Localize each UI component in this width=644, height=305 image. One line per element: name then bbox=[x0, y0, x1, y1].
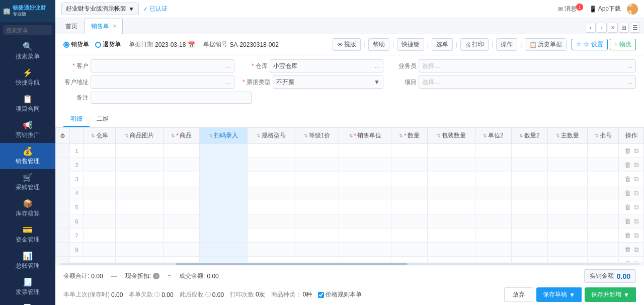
sidebar-search-input[interactable] bbox=[3, 25, 52, 35]
row-warehouse[interactable] bbox=[84, 243, 116, 257]
toolbar-select-button[interactable]: 选单 bbox=[432, 38, 453, 51]
sidebar-item-invoice[interactable]: 🧾 发票管理 bbox=[0, 274, 55, 300]
row-qty2[interactable] bbox=[511, 214, 547, 228]
row-main-qty[interactable] bbox=[547, 200, 587, 214]
copy-icon[interactable]: ⧉ bbox=[634, 246, 638, 254]
delete-icon[interactable]: 🗑 bbox=[624, 175, 631, 183]
row-qty[interactable] bbox=[391, 214, 428, 228]
row-unit[interactable] bbox=[339, 172, 391, 186]
row-scan[interactable] bbox=[199, 228, 247, 243]
row-goods[interactable] bbox=[163, 214, 199, 228]
row-qty[interactable] bbox=[391, 186, 428, 200]
sidebar-item-ledger[interactable]: 📊 总账管理 bbox=[0, 248, 55, 274]
row-unit2[interactable] bbox=[475, 228, 512, 243]
row-price[interactable] bbox=[295, 243, 339, 257]
row-price[interactable] bbox=[295, 257, 339, 262]
row-pack-qty[interactable] bbox=[428, 158, 475, 172]
row-unit2[interactable] bbox=[475, 144, 512, 158]
row-batch[interactable] bbox=[587, 172, 619, 186]
row-batch[interactable] bbox=[587, 186, 619, 200]
tab-prev-button[interactable]: ‹ bbox=[586, 23, 596, 33]
table-scrollbar[interactable] bbox=[55, 262, 644, 266]
sidebar-item-sales[interactable]: 💰 销售管理 bbox=[0, 143, 55, 169]
help-icon[interactable]: ? bbox=[153, 273, 159, 279]
row-price[interactable] bbox=[295, 144, 339, 158]
delete-icon[interactable]: 🗑 bbox=[624, 147, 631, 155]
col-warehouse[interactable]: ⇅仓库 bbox=[84, 128, 116, 144]
row-qty2[interactable] bbox=[511, 186, 547, 200]
sidebar-item-inventory[interactable]: 📦 库存核算 bbox=[0, 195, 55, 221]
address-dots[interactable]: ... bbox=[226, 79, 231, 86]
row-warehouse[interactable] bbox=[84, 144, 116, 158]
settings-button[interactable]: ☆ ☆ 设置 bbox=[572, 39, 607, 50]
salesperson-dots[interactable]: ... bbox=[627, 62, 632, 69]
salesperson-input[interactable]: 选择... ... bbox=[419, 59, 636, 72]
settings-col-header[interactable]: ⚙ bbox=[56, 128, 70, 144]
sidebar-item-quick[interactable]: ⚡ 快捷导航 bbox=[0, 64, 55, 91]
table-row[interactable]: 5 🗑 ⧉ bbox=[56, 200, 644, 214]
row-spec[interactable] bbox=[247, 257, 295, 262]
row-qty2[interactable] bbox=[511, 144, 547, 158]
row-goods[interactable] bbox=[163, 200, 199, 214]
row-price[interactable] bbox=[295, 172, 339, 186]
tab-close-button[interactable]: × bbox=[608, 23, 618, 33]
tab-2d[interactable]: 二维 bbox=[90, 112, 116, 127]
radio-return-order[interactable]: 退货单 bbox=[95, 40, 121, 49]
table-wrapper[interactable]: ⚙ ⇅仓库 ⇅商品图片 ⇅* 商品 bbox=[55, 127, 644, 262]
table-row[interactable]: 8 🗑 ⧉ bbox=[56, 243, 644, 257]
toolbar-history-button[interactable]: 📋 历史单据 bbox=[525, 38, 567, 51]
toolbar-print-button[interactable]: 🖨 打印 bbox=[460, 38, 489, 51]
col-main-qty[interactable]: ⇅主数量 bbox=[547, 128, 587, 144]
delete-icon[interactable]: 🗑 bbox=[624, 189, 631, 197]
row-qty[interactable] bbox=[391, 243, 428, 257]
toolbar-ops-button[interactable]: 操作 bbox=[496, 38, 517, 51]
row-main-qty[interactable] bbox=[547, 158, 587, 172]
row-unit2[interactable] bbox=[475, 186, 512, 200]
row-scan[interactable] bbox=[199, 214, 247, 228]
row-goods[interactable] bbox=[163, 144, 199, 158]
sidebar-item-marketing[interactable]: 📢 营销推广 bbox=[0, 117, 55, 143]
col-price[interactable]: ⇅等级1价 bbox=[295, 128, 339, 144]
row-unit[interactable] bbox=[339, 200, 391, 214]
tab-close-icon[interactable]: × bbox=[113, 23, 116, 30]
row-unit2[interactable] bbox=[475, 200, 512, 214]
delete-icon[interactable]: 🗑 bbox=[624, 203, 631, 211]
copy-icon[interactable]: ⧉ bbox=[634, 147, 638, 155]
calendar-icon[interactable]: 📅 bbox=[188, 41, 195, 48]
row-qty[interactable] bbox=[391, 144, 428, 158]
row-qty[interactable] bbox=[391, 200, 428, 214]
row-pack-qty[interactable] bbox=[428, 257, 475, 262]
row-warehouse[interactable] bbox=[84, 214, 116, 228]
remark-input[interactable] bbox=[91, 92, 252, 104]
row-warehouse[interactable] bbox=[84, 257, 116, 262]
row-main-qty[interactable] bbox=[547, 172, 587, 186]
delete-icon[interactable]: 🗑 bbox=[624, 161, 631, 169]
row-qty[interactable] bbox=[391, 228, 428, 243]
invoice-select[interactable]: 不开票 ▼ bbox=[273, 75, 383, 89]
delete-icon[interactable]: 🗑 bbox=[624, 246, 631, 253]
row-unit2[interactable] bbox=[475, 243, 512, 257]
row-qty2[interactable] bbox=[511, 172, 547, 186]
row-spec[interactable] bbox=[247, 200, 295, 214]
col-scan[interactable]: ⇅扫码录入 bbox=[199, 128, 247, 144]
row-pack-qty[interactable] bbox=[428, 172, 475, 186]
copy-icon[interactable]: ⧉ bbox=[634, 189, 638, 197]
tab-next-button[interactable]: › bbox=[597, 23, 607, 33]
row-unit[interactable] bbox=[339, 214, 391, 228]
toolbar-shortcut-button[interactable]: 快捷键 bbox=[397, 38, 424, 51]
copy-icon[interactable]: ⧉ bbox=[634, 161, 638, 169]
row-qty2[interactable] bbox=[511, 158, 547, 172]
toolbar-help-button[interactable]: 帮助 bbox=[368, 38, 389, 51]
row-batch[interactable] bbox=[587, 158, 619, 172]
row-goods[interactable] bbox=[163, 228, 199, 243]
row-qty[interactable] bbox=[391, 158, 428, 172]
row-spec[interactable] bbox=[247, 172, 295, 186]
row-goods[interactable] bbox=[163, 186, 199, 200]
row-qty2[interactable] bbox=[511, 200, 547, 214]
row-main-qty[interactable] bbox=[547, 186, 587, 200]
save-draft-button[interactable]: 保存草稿 ▼ bbox=[536, 287, 582, 302]
date-value[interactable]: 2023-03-18 bbox=[155, 41, 186, 48]
row-goods[interactable] bbox=[163, 243, 199, 257]
row-scan[interactable] bbox=[199, 257, 247, 262]
table-row[interactable]: 3 🗑 ⧉ bbox=[56, 172, 644, 186]
